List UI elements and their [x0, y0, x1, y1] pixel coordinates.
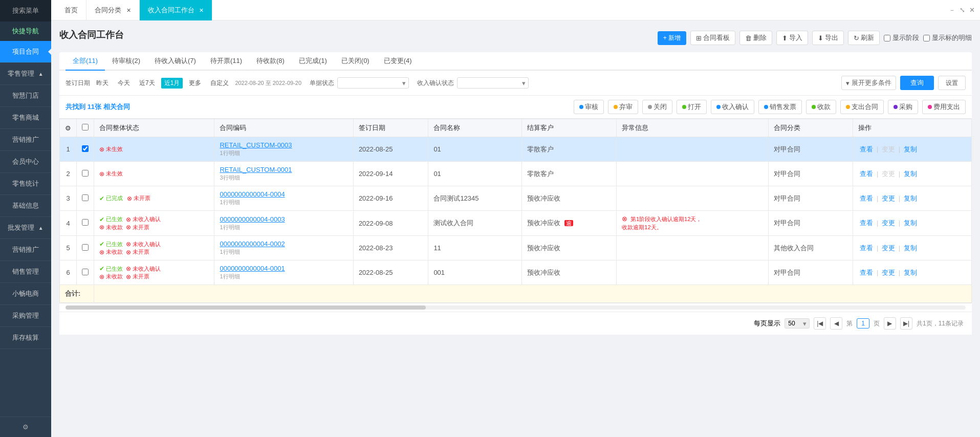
change-link[interactable]: 变更 [882, 145, 895, 153]
show-detail-input[interactable] [923, 35, 930, 41]
minimize-btn[interactable]: － [949, 6, 955, 15]
refresh-button[interactable]: ↻ 刷新 [848, 31, 880, 45]
row-checkbox[interactable] [77, 186, 94, 211]
delete-button[interactable]: 🗑 删除 [739, 31, 772, 45]
sidebar-item-wholesale[interactable]: 批发管理 ▲ [0, 217, 51, 239]
today-btn[interactable]: 今天 [115, 78, 133, 89]
tab-pending-payment[interactable]: 待收款(8) [249, 52, 292, 71]
sidebar-item-project[interactable]: 项目合同 [0, 41, 51, 63]
page-size-select[interactable]: 50 100 200 [785, 318, 810, 329]
next-page-btn[interactable]: ▶ [884, 317, 896, 330]
change-link[interactable]: 变更 [882, 219, 895, 227]
view-link[interactable]: 查看 [860, 219, 873, 227]
expense-contract-btn[interactable]: 支出合同 [840, 100, 884, 114]
more-btn[interactable]: 更多 [186, 78, 204, 89]
collect-payment-btn[interactable]: 收款 [806, 100, 836, 114]
tab-contract-category[interactable]: 合同分类 ✕ [86, 0, 140, 20]
copy-link[interactable]: 复制 [904, 194, 917, 202]
copy-link[interactable]: 复制 [904, 145, 917, 153]
view-link[interactable]: 查看 [860, 269, 873, 276]
sidebar-item-retail-stats[interactable]: 零售统计 [0, 173, 51, 195]
view-link[interactable]: 查看 [860, 244, 873, 252]
row-select-checkbox[interactable] [82, 194, 89, 201]
last-page-btn[interactable]: ▶| [900, 317, 912, 330]
sales-invoice-btn[interactable]: 销售发票 [758, 100, 802, 114]
tab-income-workbench[interactable]: 收入合同工作台 ✕ [140, 0, 213, 20]
set-button[interactable]: 设置 [938, 76, 966, 90]
sidebar-item-retail[interactable]: 零售管理 ▲ [0, 63, 51, 85]
col-settings[interactable]: ⚙ [60, 119, 77, 137]
change-link[interactable]: 变更 [882, 244, 895, 252]
sidebar-item-marketing[interactable]: 营销推广 [0, 129, 51, 151]
doc-status-select[interactable] [337, 77, 409, 89]
tab-all[interactable]: 全部(11) [66, 52, 105, 71]
view-link[interactable]: 查看 [860, 194, 873, 202]
last7days-btn[interactable]: 近7天 [136, 78, 158, 89]
select-all-checkbox[interactable] [82, 124, 89, 130]
copy-link[interactable]: 复制 [904, 219, 917, 227]
view-link[interactable]: 查看 [860, 170, 873, 178]
tab-changed[interactable]: 已变更(4) [377, 52, 419, 71]
row-checkbox[interactable] [77, 137, 94, 162]
tab-pending-invoice[interactable]: 待开票(11) [203, 52, 249, 71]
change-link[interactable]: 变更 [882, 194, 895, 202]
sidebar-item-xiaochang[interactable]: 小畅电商 [0, 283, 51, 305]
change-link[interactable]: 变更 [882, 170, 895, 178]
kanban-button[interactable]: ⊞ 合同看板 [690, 31, 735, 45]
custom-btn[interactable]: 自定义 [207, 78, 232, 89]
export-button[interactable]: ⬇ 导出 [812, 31, 844, 45]
sidebar-item-sales-mgmt[interactable]: 销售管理 [0, 261, 51, 283]
copy-link[interactable]: 复制 [904, 170, 917, 178]
sidebar-item-purchase[interactable]: 采购管理 [0, 305, 51, 327]
sidebar-item-stock[interactable]: 库存核算 [0, 327, 51, 349]
sidebar-item-smart-store[interactable]: 智慧门店 [0, 85, 51, 107]
row-select-checkbox[interactable] [82, 219, 89, 226]
change-link[interactable]: 变更 [882, 269, 895, 276]
yesterday-btn[interactable]: 昨天 [93, 78, 112, 89]
maximize-btn[interactable]: ⤡ [960, 6, 965, 14]
income-confirm-btn[interactable]: 收入确认 [711, 100, 754, 114]
tab-completed[interactable]: 已完成(1) [292, 52, 334, 71]
first-page-btn[interactable]: |◀ [814, 317, 826, 330]
close-btn[interactable]: ✕ [969, 6, 975, 14]
col-select-all[interactable] [77, 119, 94, 137]
show-detail-checkbox[interactable]: 显示标的明细 [923, 33, 972, 42]
expand-filter-btn[interactable]: ▾ 展开更多条件 [841, 76, 896, 90]
show-fields-input[interactable] [884, 35, 890, 41]
settings-button[interactable]: ⚙ [0, 417, 51, 437]
new-button[interactable]: + 新增 [658, 31, 686, 45]
row-select-checkbox[interactable] [82, 269, 89, 275]
sidebar-search[interactable]: 搜索菜单 [0, 0, 51, 21]
sidebar-item-sales-promo[interactable]: 营销推广 [0, 239, 51, 261]
row-checkbox[interactable] [77, 236, 94, 260]
tab-pending-review[interactable]: 待审核(2) [105, 52, 147, 71]
review-btn[interactable]: 审核 [574, 100, 604, 114]
tab-closed[interactable]: 已关闭(0) [334, 52, 377, 71]
tab-close-income-workbench[interactable]: ✕ [199, 7, 204, 13]
fee-expense-btn[interactable]: 费用支出 [922, 100, 966, 114]
view-link[interactable]: 查看 [860, 145, 873, 153]
sidebar-item-member[interactable]: 会员中心 [0, 151, 51, 173]
last1month-btn[interactable]: 近1月 [161, 78, 183, 89]
close-btn[interactable]: 关闭 [642, 100, 672, 114]
row-checkbox[interactable] [77, 211, 94, 236]
purchase-btn[interactable]: 采购 [888, 100, 918, 114]
copy-link[interactable]: 复制 [904, 269, 917, 276]
sidebar-nav[interactable]: 快捷导航 [0, 21, 51, 41]
income-confirm-select[interactable] [457, 77, 529, 89]
sidebar-item-basic-info[interactable]: 基础信息 [0, 195, 51, 217]
row-select-checkbox[interactable] [82, 244, 89, 251]
row-select-checkbox[interactable] [82, 170, 89, 177]
row-select-checkbox[interactable] [82, 145, 89, 152]
tab-pending-income-confirm[interactable]: 待收入确认(7) [147, 52, 203, 71]
copy-link[interactable]: 复制 [904, 244, 917, 252]
row-checkbox[interactable] [77, 260, 94, 285]
sidebar-item-retail-mall[interactable]: 零售商城 [0, 107, 51, 129]
import-button[interactable]: ⬆ 导入 [776, 31, 808, 45]
prev-page-btn[interactable]: ◀ [830, 317, 842, 330]
row-checkbox[interactable] [77, 162, 94, 186]
query-button[interactable]: 查询 [900, 76, 934, 90]
open-btn[interactable]: 打开 [677, 100, 707, 114]
abandon-review-btn[interactable]: 弃审 [608, 100, 638, 114]
tab-close-contract-category[interactable]: ✕ [126, 7, 131, 13]
